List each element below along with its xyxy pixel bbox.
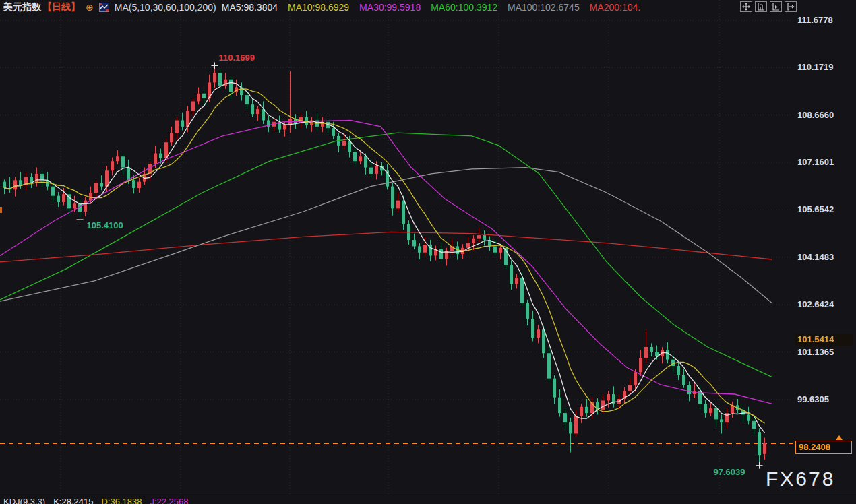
candle-body (639, 358, 642, 372)
exit-icon[interactable] (785, 1, 797, 12)
candle-body (515, 278, 518, 284)
candle-body (256, 109, 259, 114)
candle-body (418, 246, 421, 252)
candle-body (542, 329, 545, 353)
ma10-line (5, 89, 765, 424)
candle-body (35, 174, 38, 183)
kdj-label: KDJ(9,3,3) (3, 497, 45, 504)
symbol-title[interactable]: 美元指数 (3, 1, 41, 13)
candle-body (709, 408, 712, 413)
chart-header: 美元指数 【日线】 ⊕ MA(5,10,30,60,100,200) MA5:9… (0, 0, 856, 14)
y-axis-label: 101.1365 (797, 347, 854, 358)
candle-body (197, 94, 200, 102)
ma60-line (0, 133, 772, 377)
candle-body (520, 278, 524, 303)
swing-low-annotation: 105.4100 (87, 220, 123, 230)
candle-body (94, 183, 98, 193)
candle-body (483, 235, 486, 240)
candle-body (585, 407, 588, 413)
candlestick-chart[interactable] (0, 0, 856, 504)
candle-body (51, 187, 55, 196)
candle-body (13, 180, 17, 189)
candle-body (62, 194, 65, 202)
left-edge-marker (0, 207, 2, 213)
kdj-k-value: K:28.2415 (53, 497, 93, 504)
min-low-annotation: 97.6039 (714, 467, 745, 477)
candle-body (159, 154, 162, 158)
candle-body (73, 203, 76, 208)
candle-body (121, 156, 125, 167)
candle-body (137, 182, 141, 188)
candle-body (569, 422, 572, 433)
period-label[interactable]: 【日线】 (42, 1, 80, 13)
ma-value: MA10:98.6929 (288, 2, 349, 13)
candle-body (364, 156, 367, 167)
candle-body (391, 187, 394, 209)
candle-body (3, 182, 6, 188)
add-indicator-icon[interactable]: ⊕ (86, 2, 94, 13)
panel-divider (0, 495, 856, 495)
candle-body (229, 80, 233, 92)
y-axis-label: 105.6542 (797, 204, 854, 215)
candle-body (682, 375, 685, 385)
candle-body (251, 104, 254, 114)
candle-body (704, 404, 707, 413)
candle-body (677, 366, 680, 375)
kdj-d-value: D:36.1838 (101, 497, 142, 504)
candle-body (607, 394, 610, 400)
candle-body (191, 101, 195, 111)
candle-body (558, 398, 561, 413)
candle-body (213, 73, 216, 82)
chart-window: 美元指数 【日线】 ⊕ MA(5,10,30,60,100,200) MA5:9… (0, 0, 856, 504)
move-icon[interactable] (740, 1, 752, 12)
candle-body (402, 201, 405, 224)
candle-body (720, 419, 723, 422)
candle-body (100, 183, 103, 187)
ma-values-row: MA5:98.3804MA10:98.6929MA30:99.5918MA60:… (222, 2, 640, 13)
ma-params-label: MA(5,10,30,60,100,200) (115, 2, 216, 13)
candle-body (752, 421, 756, 429)
kdj-j-value: J:22.2568 (150, 497, 188, 504)
candle-body (671, 360, 675, 366)
chart-panel-play-icon[interactable] (770, 1, 782, 12)
candle-body (580, 407, 583, 416)
chart-panel-left-icon[interactable] (755, 1, 767, 12)
candle-body (245, 95, 249, 104)
candle-body (601, 400, 605, 410)
candle-body (353, 152, 357, 161)
y-axis-label: 104.1483 (797, 252, 854, 263)
candle-body (763, 443, 766, 454)
y-axis-label: 108.6660 (797, 110, 854, 121)
candle-body (84, 201, 87, 212)
candle-body (332, 128, 335, 136)
ma100-line (0, 168, 772, 303)
kdj-indicator-row[interactable]: KDJ(9,3,3) K:28.2415 D:36.1838 J:22.2568 (3, 497, 189, 504)
ma-value: MA100:102.6745 (508, 2, 580, 13)
candle-body (19, 180, 22, 185)
candlestick-chart-icon[interactable] (99, 3, 109, 12)
candle-body (132, 180, 135, 188)
candle-body (127, 168, 130, 181)
candle-body (747, 414, 750, 420)
candle-body (170, 133, 173, 142)
candle-body (537, 329, 540, 338)
ma-value: MA5:98.3804 (222, 2, 278, 13)
candle-body (628, 385, 632, 391)
candle-body (634, 372, 637, 385)
candle-body (375, 166, 378, 174)
candle-body (423, 245, 427, 253)
ma-value: MA30:99.5918 (359, 2, 421, 13)
candle-body (477, 235, 481, 239)
candle-body (40, 174, 44, 180)
candle-body (111, 161, 114, 170)
candle-body (89, 193, 92, 201)
candle-body (154, 154, 157, 164)
candle-body (57, 196, 60, 202)
high-annotation: 110.1699 (219, 53, 255, 63)
candle-body (412, 240, 416, 246)
price-arrow-icon (836, 435, 843, 440)
candle-body (218, 73, 222, 86)
candle-body (531, 319, 534, 338)
candle-body (283, 125, 286, 130)
candle-body (105, 170, 109, 186)
